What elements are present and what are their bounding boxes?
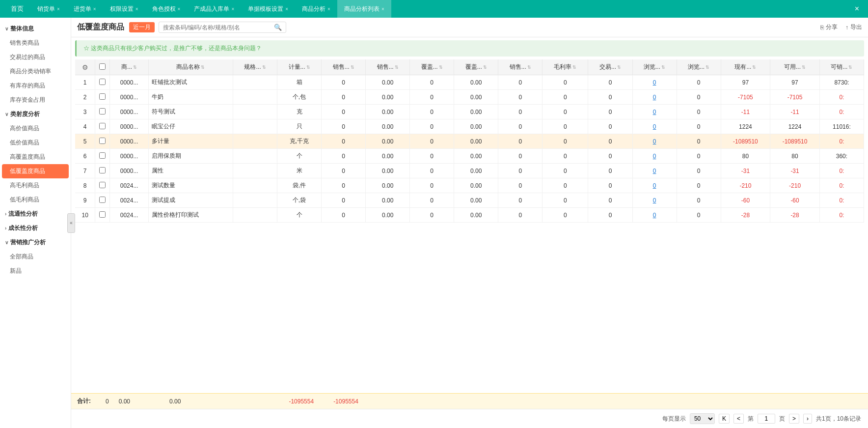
col-name[interactable]: 商品名称⇅ [148,59,233,75]
row-checkbox-cell[interactable] [95,105,110,119]
search-input[interactable] [163,24,274,31]
sidebar-section-circulation[interactable]: › 流通性分析 [0,207,71,221]
row-browse1[interactable]: 0 [632,178,677,193]
row-checkbox[interactable] [99,138,106,144]
sidebar-section-coverage[interactable]: ∨ 类射度分析 [0,107,71,121]
col-spec[interactable]: 规格...⇅ [233,59,277,75]
nav-template-settings[interactable]: 单据模板设置 × [241,0,295,18]
sidebar-item-high-value[interactable]: 高价值商品 [0,121,71,136]
row-checkbox[interactable] [99,108,106,114]
row-checkbox[interactable] [99,182,106,188]
nav-product-inbound[interactable]: 产成品入库单 × [187,0,241,18]
col-checkbox[interactable] [95,59,110,75]
col-browse2[interactable]: 浏览...⇅ [677,59,721,75]
prev-page-button[interactable]: < [733,414,744,424]
col-sale-amount[interactable]: 销售...⇅ [366,59,410,75]
row-browse1[interactable]: 0 [632,90,677,105]
col-available-stock[interactable]: 可用...⇅ [770,59,820,75]
row-checkbox-cell[interactable] [95,119,110,134]
nav-role-auth[interactable]: 角色授权 × [145,0,188,18]
row-checkbox-cell[interactable] [95,208,110,223]
nav-product-inbound-close[interactable]: × [231,6,234,12]
row-checkbox-cell[interactable] [95,75,110,90]
nav-template-settings-close[interactable]: × [285,6,288,12]
first-page-button[interactable]: K [719,414,730,424]
row-checkbox[interactable] [99,93,106,100]
sidebar-item-low-gross[interactable]: 低毛利商品 [0,193,71,207]
share-button[interactable]: ⎘ 分享 [818,23,838,31]
row-browse1[interactable]: 0 [632,193,677,208]
col-sale3[interactable]: 销售...⇅ [498,59,542,75]
col-unit[interactable]: 计量...⇅ [277,59,322,75]
col-settings[interactable]: ⚙ [75,59,95,75]
nav-permissions-close[interactable]: × [136,6,138,12]
sidebar-section-overall[interactable]: ∨ 整体信息 [0,22,71,36]
nav-analysis-list-close[interactable]: × [381,6,384,12]
sidebar-item-high-coverage[interactable]: 高覆盖度商品 [0,150,71,164]
table-container[interactable]: ⚙ 商...⇅ 商品名称⇅ 规格...⇅ 计量...⇅ 销售...⇅ 销售...… [71,59,868,393]
col-sale-qty[interactable]: 销售...⇅ [322,59,366,75]
row-browse1[interactable]: 0 [632,164,677,178]
row-browse1[interactable]: 0 [632,119,677,134]
nav-purchase-close[interactable]: × [93,6,96,12]
row-available-stock: -1089510 [770,134,820,149]
sidebar-section-growth[interactable]: › 成长性分析 [0,221,71,235]
sidebar-item-stocked-products[interactable]: 有库存的商品 [0,79,71,93]
sidebar-section-marketing[interactable]: ∨ 营销推广分析 [0,235,71,250]
last-page-button[interactable]: › [803,414,812,424]
row-checkbox[interactable] [99,152,106,159]
sidebar-item-sales-products[interactable]: 销售类商品 [0,36,71,50]
row-checkbox[interactable] [99,211,106,218]
sidebar-item-capital-usage[interactable]: 库存资金占用 [0,93,71,107]
row-checkbox[interactable] [99,167,106,173]
nav-purchase[interactable]: 进货单 × [67,0,103,18]
row-browse1[interactable]: 0 [632,105,677,119]
col-saleable[interactable]: 可销...⇅ [819,59,864,75]
sidebar-item-low-value[interactable]: 低价值商品 [0,136,71,150]
nav-role-auth-close[interactable]: × [178,6,181,12]
col-code[interactable]: 商...⇅ [110,59,149,75]
sidebar-item-new-products[interactable]: 新品 [0,264,71,278]
row-checkbox[interactable] [99,79,106,85]
nav-home[interactable]: 首页 [4,0,30,18]
row-browse1[interactable]: 0 [632,149,677,164]
row-checkbox[interactable] [99,197,106,203]
col-current-stock[interactable]: 现有...⇅ [721,59,770,75]
select-all-checkbox[interactable] [99,63,106,70]
page-number-input[interactable] [758,414,775,424]
export-button[interactable]: ↑ 导出 [843,23,862,31]
col-cover2[interactable]: 覆盖...⇅ [454,59,498,75]
row-browse1[interactable]: 0 [632,208,677,223]
time-filter-button[interactable]: 近一月 [129,22,155,32]
sidebar-collapse-button[interactable]: « [67,213,75,233]
nav-sales[interactable]: 销货单 × [30,0,67,18]
row-checkbox-cell[interactable] [95,134,110,149]
nav-sales-close[interactable]: × [57,6,60,12]
col-cover1[interactable]: 覆盖...⇅ [410,59,454,75]
sidebar-item-category-rate[interactable]: 商品分类动销率 [0,64,71,79]
next-page-button[interactable]: > [789,414,799,424]
nav-permissions[interactable]: 权限设置 × [103,0,145,18]
row-browse1[interactable]: 0 [632,134,677,149]
page-size-select[interactable]: 50 100 [690,413,715,424]
sidebar-item-all-products[interactable]: 全部商品 [0,250,71,264]
col-trade[interactable]: 交易...⇅ [588,59,632,75]
row-checkbox-cell[interactable] [95,164,110,178]
row-checkbox-cell[interactable] [95,178,110,193]
col-browse1[interactable]: 浏览...⇅ [632,59,677,75]
window-close-button[interactable]: × [850,4,864,13]
nav-product-analysis[interactable]: 商品分析 × [295,0,337,18]
row-checkbox-cell[interactable] [95,193,110,208]
sidebar-item-high-gross[interactable]: 高毛利商品 [0,178,71,193]
row-checkbox-cell[interactable] [95,90,110,105]
nav-product-analysis-close[interactable]: × [327,6,330,12]
row-browse1[interactable]: 0 [632,75,677,90]
col-gross-margin[interactable]: 毛利率⇅ [542,59,588,75]
sidebar-item-traded-products[interactable]: 交易过的商品 [0,50,71,64]
row-checkbox[interactable] [99,123,106,129]
search-icon[interactable]: 🔍 [274,24,282,31]
sidebar-item-low-coverage[interactable]: 低覆盖度商品 [2,164,69,178]
content-area: 低覆盖度商品 近一月 🔍 ⎘ 分享 ↑ 导出 ☆ 这类商品只有很少客户购买过，是… [71,18,868,428]
nav-product-analysis-list[interactable]: 商品分析列表 × [337,0,391,18]
row-checkbox-cell[interactable] [95,149,110,164]
